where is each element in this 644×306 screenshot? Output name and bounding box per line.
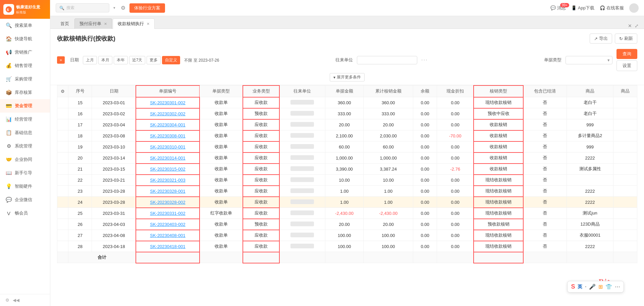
sidebar-item-sales[interactable]: 💰销售管理	[0, 59, 50, 72]
tab-prepay[interactable]: 预付应付单 ✕	[74, 18, 112, 29]
cell-writeoff-type: 预收中应收	[474, 108, 523, 119]
cell-product2	[613, 108, 637, 119]
total-product	[567, 252, 613, 263]
message-link[interactable]: 💬 消息 99+	[550, 5, 566, 11]
export-button[interactable]: ↗ 导出	[590, 34, 612, 44]
cell-writeoff-amount: -2,430.00	[363, 208, 413, 219]
dropdown-caret[interactable]: ▾	[113, 6, 115, 10]
tab-collection[interactable]: 收款核销执行 ✕	[113, 18, 155, 29]
sidebar-item-shortcut[interactable]: 🏠快捷导航	[0, 32, 50, 46]
th-date: 日期	[92, 85, 136, 97]
app-download-link[interactable]: 📱 App下载	[571, 5, 594, 11]
date-btn-7days[interactable]: 近7天	[129, 56, 146, 64]
shirt-icon[interactable]: 👕	[605, 284, 612, 290]
sidebar-item-vip[interactable]: V畅会员	[0, 206, 50, 220]
cell-writeoff-type: 收款核销	[474, 164, 523, 175]
phone-icon: 📱	[571, 5, 577, 10]
tab-home[interactable]: 首页	[56, 19, 74, 29]
sidebar-item-finance[interactable]: 💳资金管理	[0, 99, 50, 113]
collection-tab-close[interactable]: ✕	[147, 22, 150, 26]
more-icon[interactable]: ⋯	[615, 284, 620, 290]
topbar-gear-icon[interactable]: ⚙	[121, 5, 125, 11]
sidebar-item-search[interactable]: 🔍搜索菜单	[0, 19, 50, 32]
date-btn-this-year[interactable]: 本年	[114, 56, 128, 64]
sidebar-item-operations[interactable]: 📊经营管理	[0, 113, 50, 126]
sidebar-item-guide[interactable]: 📖新手引导	[0, 166, 50, 180]
expand-tab-icon[interactable]: ⤢	[635, 23, 639, 28]
doc-no-link[interactable]: SK-20230403-002	[150, 222, 185, 227]
refresh-button[interactable]: ↻ 刷新	[615, 34, 637, 44]
cell-balance: 0.00	[413, 175, 437, 186]
doc-no-link[interactable]: SK-20230408-001	[150, 233, 185, 238]
doc-no-link[interactable]: SK-20230308-001	[150, 133, 185, 138]
cell-doc-no: SK-20230310-001	[136, 141, 200, 152]
sidebar-item-marketing[interactable]: 📢营销推广	[0, 46, 50, 59]
sidebar-item-basics[interactable]: 📋基础信息	[0, 126, 50, 139]
cell-counterpart	[279, 208, 325, 219]
shortcut-icon: 🏠	[5, 36, 12, 42]
cell-counterpart	[279, 219, 325, 230]
doc-no-link[interactable]: SK-20230328-001	[150, 189, 185, 194]
sidebar-item-enterprise[interactable]: 🤝企业协同	[0, 153, 50, 166]
cell-amount: 20.00	[325, 119, 364, 130]
th-doc-type: 单据类型	[200, 85, 243, 97]
mic-icon[interactable]: 🎤	[589, 284, 596, 290]
cell-writeoff-amount: 100.00	[363, 230, 413, 241]
cell-product2	[613, 197, 637, 208]
doc-no-link[interactable]: SK-20230321-003	[150, 178, 185, 183]
th-settings[interactable]: ⚙	[57, 85, 68, 97]
collapse-icon[interactable]: ◀◀	[13, 298, 19, 303]
cell-date: 2023-03-04	[92, 119, 136, 130]
date-btn-this-month[interactable]: 本月	[98, 56, 112, 64]
doc-no-link[interactable]: SK-20230328-002	[150, 200, 185, 205]
date-btn-custom[interactable]: 自定义	[162, 56, 180, 64]
doc-type-select[interactable]: 收款单 红字收款单	[566, 56, 612, 64]
filter-area: » 日期 上月 本月 本年 近7天 更多 自定义 不限 至 2023-07-26…	[50, 46, 644, 85]
counterpart-input[interactable]	[357, 56, 417, 64]
doc-no-link[interactable]: SK-20230310-001	[150, 144, 185, 149]
online-service-link[interactable]: 🎧 在线客服	[600, 5, 624, 11]
table-row: 28 2023-04-18 SK-20230418-001 收款单 应收款 10…	[57, 241, 637, 252]
user-avatar[interactable]	[629, 3, 639, 13]
settings-button[interactable]: 设置	[616, 60, 637, 71]
sidebar-item-wechat[interactable]: 💬企业微信	[0, 193, 50, 206]
close-all-icon[interactable]: ✕	[628, 23, 632, 28]
doc-no-link[interactable]: SK-20230314-001	[150, 156, 185, 161]
doc-no-link[interactable]: SK-20230331-002	[150, 211, 185, 216]
th-include-settled: 包含已结清	[523, 85, 567, 97]
table-row: 26 2023-04-03 SK-20230403-002 收款单 预收款 20…	[57, 219, 637, 230]
table-container[interactable]: ⚙ 序号 日期 单据编号 单据类型 业务类型 往来单位 单据金额 累计核销金额 …	[50, 85, 644, 306]
topbar-search[interactable]: 🔍 搜索	[56, 3, 109, 12]
sidebar-item-purchase[interactable]: 🛒采购管理	[0, 72, 50, 86]
cell-cash-discount: 0.00	[437, 219, 473, 230]
date-btn-more[interactable]: 更多	[147, 56, 161, 64]
table-row: 19 2023-03-10 SK-20230310-001 收款单 应收款 60…	[57, 141, 637, 152]
doc-no-link[interactable]: SK-20230301-002	[150, 100, 185, 105]
sidebar: 6 畅康道好生意 标推版 🔍搜索菜单🏠快捷导航📢营销推广💰销售管理🛒采购管理📦库…	[0, 0, 50, 306]
cell-include-settled: 否	[523, 197, 567, 208]
grid-icon[interactable]: ⊞	[598, 284, 603, 290]
doc-no-link[interactable]: SK-20230315-002	[150, 167, 185, 172]
sidebar-item-inventory[interactable]: 📦库存核算	[0, 86, 50, 99]
query-button[interactable]: 查询	[616, 49, 637, 59]
counterpart-label: 往来单位	[335, 57, 353, 63]
table-row: 20 2023-03-14 SK-20230314-001 收款单 应收款 1,…	[57, 152, 637, 164]
filter-toggle-button[interactable]: »	[57, 56, 65, 64]
cell-settings	[57, 230, 68, 241]
doc-no-link[interactable]: SK-20230302-002	[150, 111, 185, 116]
cell-amount: 1.00	[325, 186, 364, 197]
doc-no-link[interactable]: SK-20230418-001	[150, 244, 185, 249]
sidebar-item-hardware[interactable]: 💡智能硬件	[0, 180, 50, 193]
settings-icon[interactable]: ⚙	[5, 298, 9, 303]
prepay-tab-close[interactable]: ✕	[104, 22, 107, 26]
cell-doc-type: 收款单	[200, 241, 243, 252]
doc-no-link[interactable]: SK-20230304-001	[150, 122, 185, 127]
cell-include-settled: 否	[523, 175, 567, 186]
wechat-icon: 💬	[5, 197, 12, 203]
sidebar-item-system[interactable]: ⚙系统管理	[0, 139, 50, 153]
industry-solution-button[interactable]: 体验行业方案	[129, 3, 165, 13]
cell-doc-no: SK-20230314-001	[136, 152, 200, 164]
expand-more-button[interactable]: ▾ 展开更多条件	[330, 73, 365, 81]
date-btn-last-month[interactable]: 上月	[83, 56, 97, 64]
cell-cash-discount: 0.00	[437, 186, 473, 197]
